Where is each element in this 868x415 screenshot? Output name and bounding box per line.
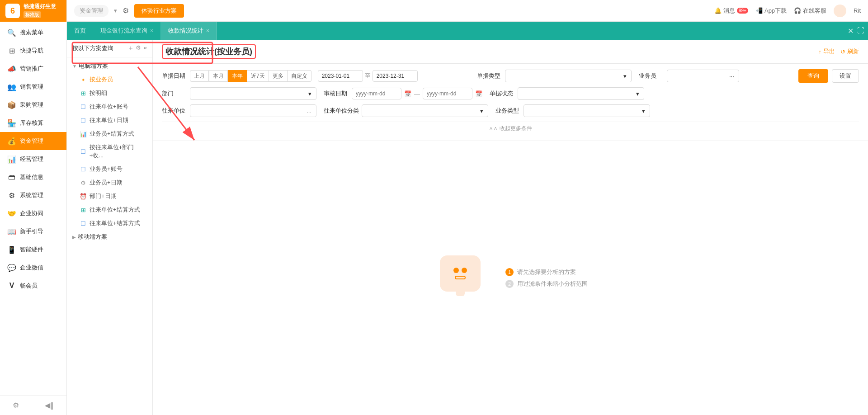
settings-bottom-btn[interactable]: ⚙ (9, 399, 23, 411)
counterpart-category-select[interactable]: ▾ (362, 104, 488, 117)
sidebar-item-hardware[interactable]: 📱 智能硬件 (0, 241, 66, 259)
collapse-label: 收起更多条件 (500, 125, 532, 132)
tree-item-label: 往来单位+结算方式 (90, 206, 140, 214)
sidebar-item-label: 快捷导航 (20, 47, 43, 55)
tree-item-unit-dept[interactable]: ☐ 按往来单位+部门+收... (67, 141, 152, 162)
collapse-panel-btn[interactable]: « (144, 44, 147, 52)
tree-item-unit-account[interactable]: ☐ 往来单位+账号 (67, 100, 152, 113)
sidebar-item-marketing[interactable]: 📣 营销推广 (0, 60, 66, 78)
business-type-label: 业务类型 (495, 107, 521, 115)
online-service-btn[interactable]: 🎧 在线客服 (794, 7, 826, 15)
step-1-num: 1 (505, 268, 514, 276)
tab-home[interactable]: 首页 (67, 22, 93, 40)
nav-dropdown-arrow[interactable]: ▾ (114, 7, 117, 14)
date-separator: 至 (365, 72, 371, 80)
sidebar-item-inventory[interactable]: 🏪 库存核算 (0, 114, 66, 132)
tree-item-unit-settlement-2[interactable]: ☐ 往来单位+结算方式 (67, 217, 152, 230)
tab-close-bank[interactable]: × (150, 28, 153, 34)
edition-badge: 标准版 (24, 11, 41, 18)
app-download-btn[interactable]: 📲 App下载 (755, 7, 787, 15)
sidebar-item-management[interactable]: 📊 经营管理 (0, 150, 66, 168)
service-label: 在线客服 (803, 7, 826, 15)
date-from-input[interactable] (318, 70, 363, 82)
collapse-sidebar-btn[interactable]: ◀‖ (41, 399, 57, 411)
audit-to-icon: 📅 (475, 90, 482, 97)
tree-item-label: 业务员+日期 (90, 179, 123, 187)
sidebar-item-quick[interactable]: ⊞ 快捷导航 (0, 42, 66, 60)
tree-item-label: 业务员+账号 (90, 165, 123, 173)
tree-item-salesperson-date[interactable]: ⚙ 业务员+日期 (67, 176, 152, 189)
sidebar-item-guide[interactable]: 📖 新手引导 (0, 222, 66, 241)
tree-item-salesperson[interactable]: 🔸 按业务员 (67, 73, 152, 86)
voucher-type-select[interactable]: ▾ (505, 70, 632, 82)
tree-item-label: 业务员+结算方式 (90, 130, 134, 138)
sidebar-item-finance[interactable]: 💰 资金管理 (0, 132, 66, 150)
sidebar-item-sales[interactable]: 👥 销售管理 (0, 78, 66, 96)
group-arrow-icon: ▼ (72, 64, 77, 69)
tab-receipt-stats[interactable]: 收款情况统计 × (161, 22, 217, 40)
audit-date-sep: — (414, 90, 420, 97)
counterpart-category-filter: 往来单位分类 ▾ (324, 104, 488, 117)
tab-fullscreen-btn[interactable]: ⛶ (857, 27, 864, 35)
business-type-select[interactable]: ▾ (524, 104, 650, 117)
date-btn-last-month[interactable]: 上月 (190, 70, 209, 82)
sidebar-item-base[interactable]: 🗃 基础信息 (0, 168, 66, 186)
empty-content: 1 请先选择要分析的方案 2 用过滤条件来缩小分析范围 (433, 246, 588, 310)
dept-select[interactable]: ▾ (190, 87, 316, 100)
step-2-text: 用过滤条件来缩小分析范围 (517, 278, 588, 290)
tree-item-unit-settlement-1[interactable]: ⊞ 往来单位+结算方式 (67, 203, 152, 217)
page-title: 收款情况统计(按业务员) (162, 44, 256, 59)
counterpart-more[interactable]: ... (307, 108, 311, 114)
mobile-group-header[interactable]: ▶ 移动端方案 (67, 230, 152, 244)
date-to-input[interactable] (373, 70, 418, 82)
sidebar-item-search[interactable]: 🔍 搜索菜单 (0, 24, 66, 42)
voucher-status-select[interactable]: ▾ (518, 87, 644, 100)
empty-area: 1 请先选择要分析的方案 2 用过滤条件来缩小分析范围 (153, 141, 868, 415)
settings-btn[interactable]: 设置 (832, 69, 859, 83)
collapse-bar[interactable]: ∧∧ 收起更多条件 (162, 122, 859, 135)
sidebar-item-label: 智能硬件 (20, 245, 43, 254)
finance-icon: 💰 (7, 137, 16, 146)
scheme-settings-btn[interactable]: ⚙ (136, 44, 141, 52)
mobile-arrow-icon: ▶ (72, 235, 76, 240)
tab-close-all-btn[interactable]: ✕ (848, 27, 854, 35)
tab-bank-flow-label: 现金银行流水查询 (100, 27, 147, 35)
trial-btn[interactable]: 体验行业方案 (134, 4, 184, 18)
step-2-num: 2 (505, 280, 514, 288)
sidebar-item-collab[interactable]: 🤝 企业协同 (0, 204, 66, 222)
breadcrumb: 资金管理 (74, 5, 108, 17)
topbar-settings-icon[interactable]: ⚙ (123, 6, 129, 15)
audit-from-input[interactable] (352, 88, 401, 99)
refresh-btn[interactable]: ↺ 刷新 (840, 47, 859, 56)
counterpart-select[interactable]: ... (190, 104, 316, 117)
desktop-group-header[interactable]: ▼ 电脑端方案 (67, 59, 152, 73)
tree-item-unit-date[interactable]: ☐ 往来单位+日期 (67, 113, 152, 127)
audit-to-input[interactable] (423, 88, 472, 99)
date-btn-this-year[interactable]: 本年 (228, 70, 247, 82)
sidebar-item-member[interactable]: V 畅会员 (0, 277, 66, 295)
sidebar-item-label: 系统管理 (20, 191, 43, 199)
tab-close-receipt[interactable]: × (206, 28, 209, 34)
date-btn-this-month[interactable]: 本月 (209, 70, 228, 82)
tree-item-salesperson-account[interactable]: ☐ 业务员+账号 (67, 162, 152, 176)
audit-date-icon: 📅 (404, 90, 411, 97)
counterpart-category-arrow: ▾ (480, 108, 483, 114)
sidebar-item-wechat[interactable]: 💬 企业微信 (0, 259, 66, 277)
inventory-icon: 🏪 (7, 118, 16, 127)
date-btn-more[interactable]: 更多 (269, 70, 288, 82)
message-btn[interactable]: 🔔 消息 99+ (714, 7, 748, 15)
user-avatar[interactable] (834, 5, 846, 17)
date-btn-custom[interactable]: 自定义 (288, 70, 311, 82)
query-btn[interactable]: 查询 (798, 69, 828, 83)
tree-item-detail[interactable]: ⊞ 按明细 (67, 86, 152, 100)
salesperson-select[interactable]: ··· (667, 70, 739, 82)
tab-bank-flow[interactable]: 现金银行流水查询 × (93, 22, 161, 40)
date-btn-7days[interactable]: 近7天 (247, 70, 269, 82)
add-scheme-btn[interactable]: + (128, 44, 132, 52)
wechat-icon: 💬 (7, 263, 16, 272)
tree-item-dept-date[interactable]: ⏰ 部门+日期 (67, 189, 152, 203)
tree-item-salesperson-payment[interactable]: 📊 业务员+结算方式 (67, 127, 152, 141)
sidebar-item-system[interactable]: ⚙ 系统管理 (0, 186, 66, 204)
sidebar-item-purchase[interactable]: 📦 采购管理 (0, 96, 66, 114)
export-btn[interactable]: ↑ 导出 (819, 47, 835, 56)
